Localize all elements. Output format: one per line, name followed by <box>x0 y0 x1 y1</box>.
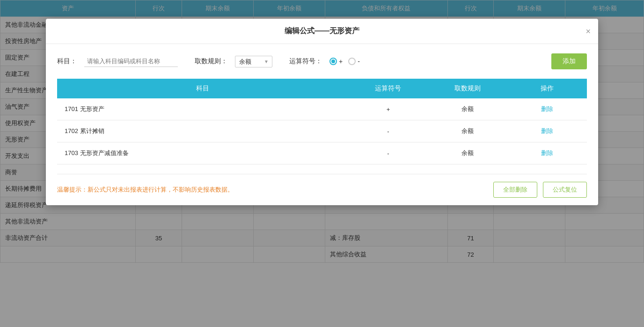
table-header-action: 操作 <box>507 79 587 98</box>
footer-buttons: 全部删除 公式复位 <box>493 182 587 198</box>
formula-operator: - <box>349 120 428 142</box>
radio-minus-label: - <box>358 58 360 65</box>
formula-row: 1701 无形资产 + 余额 删除 <box>57 98 587 120</box>
rule-label: 取数规则： <box>195 57 227 66</box>
formula-rule: 余额 <box>428 142 507 164</box>
reset-formula-button[interactable]: 公式复位 <box>543 182 587 198</box>
modal-overlay: 编辑公式——无形资产 × 科目： 取数规则： 余额 运算符号： <box>0 0 644 327</box>
radio-plus-label: + <box>339 58 343 65</box>
formula-row: 1703 无形资产减值准备 - 余额 删除 <box>57 142 587 164</box>
formula-operator: - <box>349 142 428 164</box>
modal-header: 编辑公式——无形资产 × <box>46 19 598 44</box>
formula-operator: + <box>349 98 428 120</box>
formula-action: 删除 <box>507 142 587 164</box>
radio-minus[interactable]: - <box>348 58 360 65</box>
formula-rule: 余额 <box>428 120 507 142</box>
modal-footer: 温馨提示：新公式只对未出报表进行计算，不影响历史报表数据。 全部删除 公式复位 <box>46 174 598 205</box>
modal-title: 编辑公式——无形资产 <box>285 27 359 35</box>
table-header-operator: 运算符号 <box>349 79 428 98</box>
formula-subject: 1702 累计摊销 <box>57 120 349 142</box>
add-button[interactable]: 添加 <box>551 53 587 69</box>
delete-link-2[interactable]: 删除 <box>541 149 553 156</box>
rule-select[interactable]: 余额 <box>235 56 272 67</box>
hint-text: 温馨提示：新公式只对未出报表进行计算，不影响历史报表数据。 <box>57 186 234 194</box>
radio-plus[interactable]: + <box>329 58 343 65</box>
form-row: 科目： 取数规则： 余额 运算符号： + - <box>57 53 587 69</box>
formula-rule: 余额 <box>428 98 507 120</box>
delete-link-0[interactable]: 删除 <box>541 105 553 112</box>
table-header-subject: 科目 <box>57 79 349 98</box>
formula-row: 1702 累计摊销 - 余额 删除 <box>57 120 587 142</box>
radio-minus-circle <box>348 58 356 65</box>
subject-label: 科目： <box>57 57 77 66</box>
table-header-rule: 取数规则 <box>428 79 507 98</box>
rule-select-wrapper: 余额 <box>235 56 272 67</box>
close-button[interactable]: × <box>585 27 591 36</box>
operator-radio-group: + - <box>329 58 360 65</box>
formula-table: 科目 运算符号 取数规则 操作 1701 无形资产 + 余额 删除 1702 累… <box>57 79 587 164</box>
formula-subject: 1701 无形资产 <box>57 98 349 120</box>
formula-subject: 1703 无形资产减值准备 <box>57 142 349 164</box>
delete-all-button[interactable]: 全部删除 <box>493 182 537 198</box>
edit-formula-modal: 编辑公式——无形资产 × 科目： 取数规则： 余额 运算符号： <box>46 19 598 205</box>
radio-plus-circle <box>329 58 337 65</box>
formula-action: 删除 <box>507 98 587 120</box>
modal-body: 科目： 取数规则： 余额 运算符号： + - <box>46 44 598 174</box>
subject-input[interactable] <box>84 56 178 67</box>
delete-link-1[interactable]: 删除 <box>541 127 553 134</box>
formula-action: 删除 <box>507 120 587 142</box>
operator-label: 运算符号： <box>289 57 322 66</box>
